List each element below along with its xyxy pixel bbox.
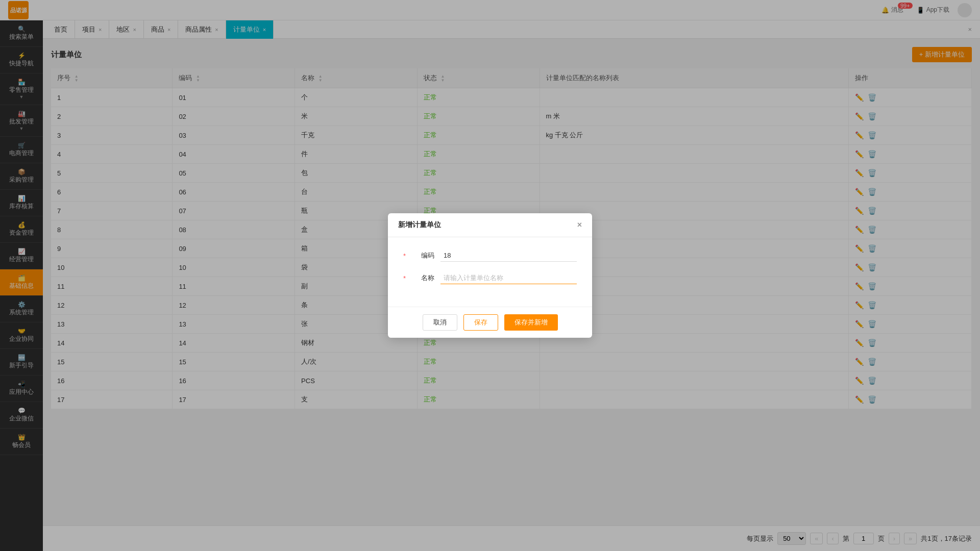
modal-overlay[interactable]: 新增计量单位 × * 编码 * 名称 取消 保存 保存并新增	[0, 0, 980, 551]
name-label: 名称	[414, 273, 434, 283]
code-input[interactable]	[440, 249, 577, 262]
code-required-star: *	[403, 252, 406, 260]
modal-header: 新增计量单位 ×	[388, 213, 592, 237]
modal-body: * 编码 * 名称	[388, 237, 592, 307]
name-input[interactable]	[440, 272, 577, 284]
cancel-button[interactable]: 取消	[423, 314, 457, 331]
modal-title: 新增计量单位	[398, 220, 441, 230]
modal-footer: 取消 保存 保存并新增	[388, 307, 592, 338]
modal-close-button[interactable]: ×	[577, 221, 582, 229]
save-and-new-button[interactable]: 保存并新增	[504, 314, 558, 331]
save-button[interactable]: 保存	[463, 314, 498, 331]
code-label: 编码	[414, 251, 434, 260]
name-required-star: *	[403, 274, 406, 282]
form-row-code: * 编码	[403, 249, 577, 262]
form-row-name: * 名称	[403, 272, 577, 284]
add-unit-modal: 新增计量单位 × * 编码 * 名称 取消 保存 保存并新增	[388, 213, 592, 338]
